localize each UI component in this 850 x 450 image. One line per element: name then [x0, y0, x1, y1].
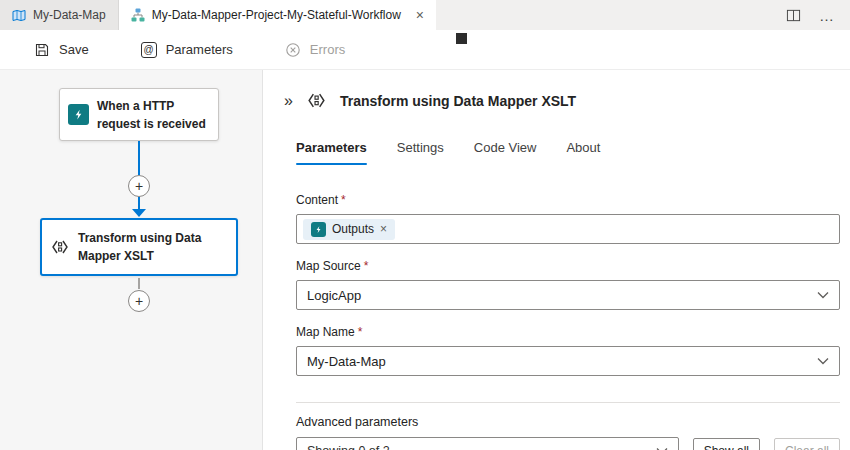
tab-settings[interactable]: Settings — [397, 140, 444, 165]
required-marker: * — [364, 259, 369, 273]
map-source-select[interactable]: LogicApp — [296, 280, 840, 310]
data-mapper-icon — [306, 90, 327, 111]
http-request-icon — [311, 222, 326, 237]
map-name-value: My-Data-Map — [307, 354, 386, 369]
logic-app-designer: My-Data-Map My-Data-Mapper-Project-My-St… — [0, 0, 850, 450]
save-button[interactable]: Save — [34, 42, 89, 58]
map-source-value: LogicApp — [307, 288, 361, 303]
data-map-icon — [12, 9, 26, 22]
split-editor-icon[interactable] — [786, 8, 801, 23]
errors-label: Errors — [310, 42, 345, 57]
advanced-parameters-label: Advanced parameters — [296, 415, 840, 429]
action-card-data-mapper[interactable]: Transform using Data Mapper XSLT — [40, 218, 238, 276]
connector-line-top — [138, 141, 140, 175]
clear-all-button[interactable]: Clear all — [774, 438, 840, 450]
map-source-label: Map Source* — [296, 259, 840, 273]
tab-label: My-Data-Map — [33, 8, 106, 22]
save-label: Save — [59, 42, 89, 57]
designer-toolbar: Save @ Parameters Errors — [0, 30, 850, 70]
workflow-canvas[interactable]: When a HTTP request is received + Transf… — [0, 70, 262, 450]
parameters-label: Parameters — [166, 42, 233, 57]
panel-header: » Transform using Data Mapper XSLT — [263, 70, 850, 111]
tab-bar: My-Data-Map My-Data-Mapper-Project-My-St… — [0, 0, 850, 30]
tab-parameters[interactable]: Parameters — [296, 140, 367, 165]
map-name-label: Map Name* — [296, 325, 840, 339]
connector-line-bottom — [138, 278, 140, 289]
panel-tab-list: Parameters Settings Code View About — [296, 140, 850, 165]
more-options-icon[interactable]: … — [819, 8, 834, 23]
required-marker: * — [358, 325, 363, 339]
advanced-parameters-select[interactable]: Showing 0 of 2 — [296, 437, 679, 450]
data-mapper-icon — [50, 237, 70, 257]
trigger-card-title: When a HTTP request is received — [97, 97, 210, 133]
connector-arrowhead-icon — [132, 209, 146, 217]
tab-bar-actions: … — [786, 0, 850, 30]
trigger-card-http-request[interactable]: When a HTTP request is received — [59, 88, 219, 141]
parameters-icon: @ — [141, 42, 157, 58]
tab-my-data-map[interactable]: My-Data-Map — [0, 0, 119, 30]
save-icon — [34, 42, 50, 58]
action-card-title: Transform using Data Mapper XSLT — [78, 229, 228, 265]
token-label: Outputs — [332, 222, 374, 236]
required-marker: * — [341, 193, 346, 207]
chevron-down-icon — [817, 357, 829, 365]
errors-icon — [285, 42, 301, 58]
workflow-icon — [131, 8, 145, 22]
parameters-button[interactable]: @ Parameters — [141, 42, 233, 58]
operation-panel: » Transform using Data Mapper XSLT Param… — [262, 70, 850, 450]
panel-title: Transform using Data Mapper XSLT — [340, 93, 576, 109]
collapse-panel-icon[interactable]: » — [284, 93, 293, 109]
parameters-form: Content* Outputs × Map Source* LogicAp — [263, 193, 850, 450]
dark-square-artifact — [456, 33, 467, 44]
show-all-button[interactable]: Show all — [693, 438, 760, 450]
chevron-down-icon — [817, 291, 829, 299]
http-request-icon — [68, 104, 89, 125]
insert-step-button[interactable]: + — [128, 175, 150, 197]
advanced-parameters-row: Showing 0 of 2 Show all Clear all — [296, 437, 840, 450]
outputs-token[interactable]: Outputs × — [303, 219, 395, 240]
tab-label: My-Data-Mapper-Project-My-Stateful-Workf… — [152, 8, 401, 22]
content-label: Content* — [296, 193, 840, 207]
tab-workflow[interactable]: My-Data-Mapper-Project-My-Stateful-Workf… — [119, 0, 436, 30]
advanced-parameters-value: Showing 0 of 2 — [307, 444, 390, 450]
tab-code-view[interactable]: Code View — [474, 140, 537, 165]
errors-button[interactable]: Errors — [285, 42, 345, 58]
close-tab-icon[interactable]: × — [416, 8, 424, 22]
map-name-select[interactable]: My-Data-Map — [296, 346, 840, 376]
tab-about[interactable]: About — [566, 140, 600, 165]
section-divider — [296, 402, 840, 403]
main-area: When a HTTP request is received + Transf… — [0, 70, 850, 450]
add-step-button[interactable]: + — [128, 290, 150, 312]
content-input[interactable]: Outputs × — [296, 214, 840, 244]
remove-token-icon[interactable]: × — [380, 223, 387, 235]
